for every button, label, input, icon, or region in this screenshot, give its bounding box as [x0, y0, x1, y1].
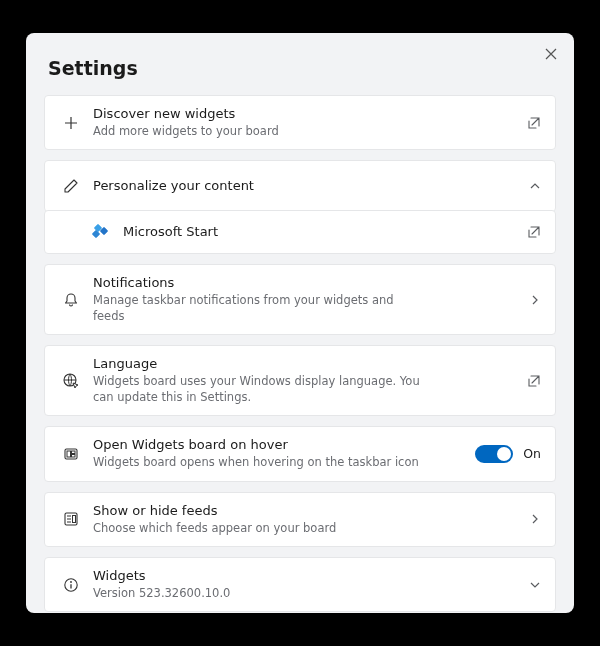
toggle-state-label: On	[523, 446, 541, 461]
row-subtitle: Add more widgets to your board	[93, 124, 423, 140]
row-title: Show or hide feeds	[93, 503, 521, 520]
globe-language-icon	[57, 372, 85, 390]
row-title: Language	[93, 356, 519, 373]
open-external-icon	[527, 374, 541, 388]
microsoft-start-icon	[87, 225, 115, 239]
row-subtitle: Manage taskbar notifications from your w…	[93, 293, 423, 324]
hover-board-icon	[57, 446, 85, 462]
settings-panel: Settings Discover new widgets Add more w…	[26, 33, 574, 613]
chevron-up-icon	[529, 180, 541, 192]
row-subtitle: Version 523.32600.10.0	[93, 586, 423, 602]
row-subtitle: Widgets board uses your Windows display …	[93, 374, 423, 405]
row-open-on-hover[interactable]: Open Widgets board on hover Widgets boar…	[44, 426, 556, 481]
row-language[interactable]: Language Widgets board uses your Windows…	[44, 345, 556, 416]
row-microsoft-start[interactable]: Microsoft Start	[44, 210, 556, 254]
close-button[interactable]	[538, 41, 564, 67]
row-title: Notifications	[93, 275, 521, 292]
chevron-down-icon	[529, 579, 541, 591]
row-title: Open Widgets board on hover	[93, 437, 467, 454]
svg-rect-4	[72, 454, 76, 457]
svg-rect-2	[67, 451, 71, 457]
bell-icon	[57, 292, 85, 308]
row-subtitle: Widgets board opens when hovering on the…	[93, 455, 423, 471]
svg-rect-6	[73, 516, 76, 523]
plus-icon	[57, 115, 85, 131]
feeds-icon	[57, 511, 85, 527]
row-title: Microsoft Start	[123, 224, 519, 241]
page-title: Settings	[44, 33, 556, 95]
row-title: Personalize your content	[93, 178, 521, 195]
row-notifications[interactable]: Notifications Manage taskbar notificatio…	[44, 264, 556, 335]
info-icon	[57, 577, 85, 593]
row-title: Discover new widgets	[93, 106, 519, 123]
row-discover-widgets[interactable]: Discover new widgets Add more widgets to…	[44, 95, 556, 150]
chevron-right-icon	[529, 294, 541, 306]
open-external-icon	[527, 225, 541, 239]
row-subtitle: Choose which feeds appear on your board	[93, 521, 423, 537]
close-icon	[545, 48, 557, 60]
chevron-right-icon	[529, 513, 541, 525]
svg-rect-3	[72, 451, 76, 454]
row-widgets-version[interactable]: Widgets Version 523.32600.10.0	[44, 557, 556, 612]
hover-toggle[interactable]	[475, 445, 513, 463]
open-external-icon	[527, 116, 541, 130]
row-title: Widgets	[93, 568, 521, 585]
row-show-hide-feeds[interactable]: Show or hide feeds Choose which feeds ap…	[44, 492, 556, 547]
pencil-icon	[57, 178, 85, 194]
row-personalize-content[interactable]: Personalize your content	[44, 160, 556, 212]
svg-point-8	[70, 581, 72, 583]
